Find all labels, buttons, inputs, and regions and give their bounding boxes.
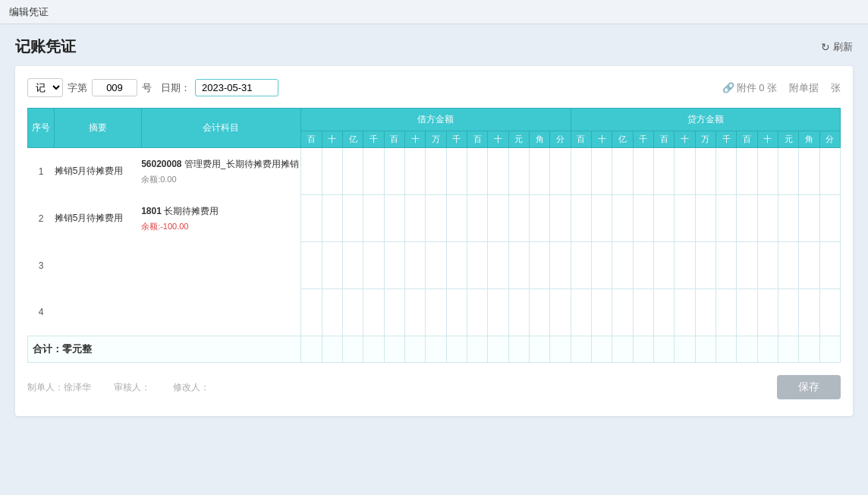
row-credit-2-10[interactable] bbox=[778, 242, 798, 289]
row-debit-2-11[interactable] bbox=[529, 242, 549, 289]
row-credit-1-12[interactable] bbox=[819, 195, 840, 242]
row-credit-1-7[interactable] bbox=[715, 195, 736, 242]
row-debit-1-9[interactable] bbox=[488, 195, 508, 242]
row-credit-0-8[interactable] bbox=[737, 148, 757, 195]
row-credit-2-7[interactable] bbox=[715, 242, 736, 289]
row-credit-2-12[interactable] bbox=[819, 242, 840, 289]
row-credit-1-3[interactable] bbox=[633, 195, 653, 242]
row-summary-1[interactable]: 摊销5月待摊费用 bbox=[55, 195, 141, 242]
row-debit-2-8[interactable] bbox=[467, 242, 487, 289]
row-debit-1-5[interactable] bbox=[405, 195, 426, 242]
voucher-number-input[interactable] bbox=[92, 79, 137, 96]
row-credit-0-6[interactable] bbox=[695, 148, 715, 195]
row-debit-1-0[interactable] bbox=[301, 195, 322, 242]
row-debit-3-0[interactable] bbox=[301, 289, 322, 336]
row-debit-1-4[interactable] bbox=[384, 195, 404, 242]
row-debit-0-7[interactable] bbox=[446, 148, 467, 195]
row-account-2[interactable] bbox=[141, 242, 301, 289]
table-row[interactable]: 2摊销5月待摊费用1801 长期待摊费用余额:-100.00 bbox=[28, 195, 841, 242]
row-credit-1-9[interactable] bbox=[757, 195, 778, 242]
row-debit-0-5[interactable] bbox=[405, 148, 426, 195]
row-credit-1-4[interactable] bbox=[653, 195, 674, 242]
row-debit-3-8[interactable] bbox=[467, 289, 487, 336]
refresh-button[interactable]: ↻ 刷新 bbox=[821, 40, 853, 54]
row-credit-2-4[interactable] bbox=[653, 242, 674, 289]
row-credit-0-1[interactable] bbox=[591, 148, 612, 195]
row-credit-2-1[interactable] bbox=[591, 242, 612, 289]
row-debit-3-12[interactable] bbox=[550, 289, 571, 336]
row-credit-3-2[interactable] bbox=[612, 289, 633, 336]
row-credit-3-5[interactable] bbox=[675, 289, 695, 336]
row-credit-3-1[interactable] bbox=[591, 289, 612, 336]
row-summary-0[interactable]: 摊销5月待摊费用 bbox=[55, 148, 141, 195]
row-account-0[interactable]: 56020008 管理费用_长期待摊费用摊销余额:0.00 bbox=[141, 148, 301, 195]
row-account-3[interactable] bbox=[141, 289, 301, 336]
row-debit-3-6[interactable] bbox=[426, 289, 446, 336]
row-credit-3-3[interactable] bbox=[633, 289, 653, 336]
row-debit-0-9[interactable] bbox=[488, 148, 508, 195]
row-credit-2-11[interactable] bbox=[799, 242, 819, 289]
row-credit-2-3[interactable] bbox=[633, 242, 653, 289]
row-credit-0-2[interactable] bbox=[612, 148, 633, 195]
row-credit-3-4[interactable] bbox=[653, 289, 674, 336]
date-input[interactable] bbox=[195, 79, 278, 96]
row-credit-3-8[interactable] bbox=[737, 289, 757, 336]
row-credit-2-9[interactable] bbox=[757, 242, 778, 289]
row-credit-0-5[interactable] bbox=[675, 148, 695, 195]
row-debit-3-3[interactable] bbox=[363, 289, 384, 336]
row-summary-3[interactable] bbox=[55, 289, 141, 336]
row-debit-0-1[interactable] bbox=[322, 148, 342, 195]
row-debit-0-6[interactable] bbox=[426, 148, 446, 195]
row-debit-2-0[interactable] bbox=[301, 242, 322, 289]
row-debit-1-10[interactable] bbox=[508, 195, 529, 242]
row-credit-0-10[interactable] bbox=[778, 148, 798, 195]
row-credit-0-3[interactable] bbox=[633, 148, 653, 195]
row-credit-2-5[interactable] bbox=[675, 242, 695, 289]
row-credit-3-6[interactable] bbox=[695, 289, 715, 336]
row-debit-2-1[interactable] bbox=[322, 242, 342, 289]
table-row[interactable]: 1摊销5月待摊费用56020008 管理费用_长期待摊费用摊销余额:0.00 bbox=[28, 148, 841, 195]
row-account-1[interactable]: 1801 长期待摊费用余额:-100.00 bbox=[141, 195, 301, 242]
table-row[interactable]: 4 bbox=[28, 289, 841, 336]
row-debit-0-8[interactable] bbox=[467, 148, 487, 195]
row-debit-0-10[interactable] bbox=[508, 148, 529, 195]
row-credit-3-0[interactable] bbox=[571, 289, 591, 336]
row-debit-2-3[interactable] bbox=[363, 242, 384, 289]
row-credit-2-2[interactable] bbox=[612, 242, 633, 289]
row-credit-2-8[interactable] bbox=[737, 242, 757, 289]
row-credit-1-2[interactable] bbox=[612, 195, 633, 242]
row-credit-1-11[interactable] bbox=[799, 195, 819, 242]
row-credit-0-9[interactable] bbox=[757, 148, 778, 195]
row-debit-0-4[interactable] bbox=[384, 148, 404, 195]
row-debit-2-9[interactable] bbox=[488, 242, 508, 289]
row-debit-1-12[interactable] bbox=[550, 195, 571, 242]
row-debit-3-11[interactable] bbox=[529, 289, 549, 336]
row-debit-0-12[interactable] bbox=[550, 148, 571, 195]
row-debit-3-10[interactable] bbox=[508, 289, 529, 336]
row-debit-2-5[interactable] bbox=[405, 242, 426, 289]
row-credit-3-11[interactable] bbox=[799, 289, 819, 336]
save-button[interactable]: 保存 bbox=[777, 375, 841, 399]
row-credit-3-12[interactable] bbox=[819, 289, 840, 336]
row-debit-3-2[interactable] bbox=[343, 289, 363, 336]
row-credit-1-6[interactable] bbox=[695, 195, 715, 242]
row-debit-0-0[interactable] bbox=[301, 148, 322, 195]
attachment-single-link[interactable]: 附单据 bbox=[789, 81, 819, 95]
row-debit-1-1[interactable] bbox=[322, 195, 342, 242]
row-credit-0-7[interactable] bbox=[715, 148, 736, 195]
row-debit-1-7[interactable] bbox=[446, 195, 467, 242]
row-credit-3-10[interactable] bbox=[778, 289, 798, 336]
row-debit-2-7[interactable] bbox=[446, 242, 467, 289]
row-credit-3-9[interactable] bbox=[757, 289, 778, 336]
row-credit-0-0[interactable] bbox=[571, 148, 591, 195]
row-credit-1-0[interactable] bbox=[571, 195, 591, 242]
row-credit-2-6[interactable] bbox=[695, 242, 715, 289]
row-debit-1-2[interactable] bbox=[343, 195, 363, 242]
row-debit-3-4[interactable] bbox=[384, 289, 404, 336]
row-credit-3-7[interactable] bbox=[715, 289, 736, 336]
row-debit-3-7[interactable] bbox=[446, 289, 467, 336]
row-debit-3-9[interactable] bbox=[488, 289, 508, 336]
row-debit-2-6[interactable] bbox=[426, 242, 446, 289]
row-debit-3-1[interactable] bbox=[322, 289, 342, 336]
row-debit-2-2[interactable] bbox=[343, 242, 363, 289]
